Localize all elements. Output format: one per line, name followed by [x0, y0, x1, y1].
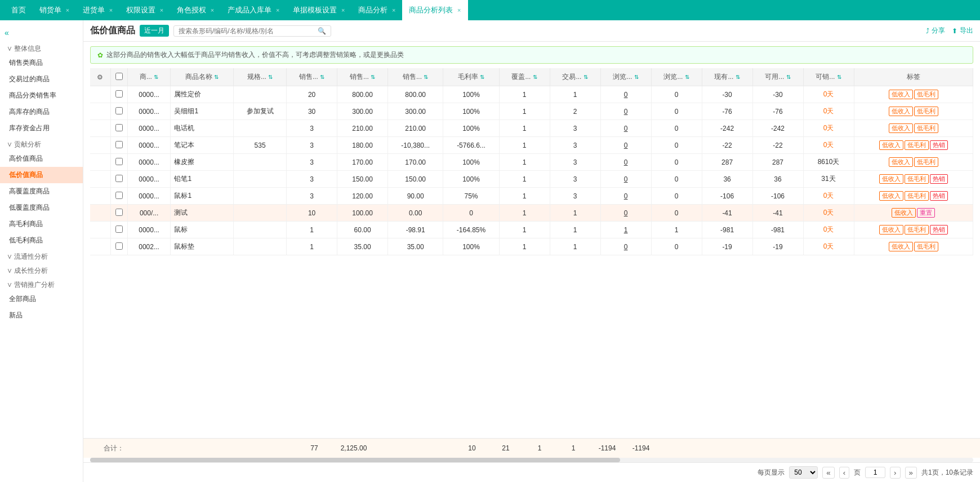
v7-cell[interactable]: 0	[600, 103, 651, 120]
row-checkbox[interactable]	[115, 242, 123, 250]
v7-cell[interactable]: 0	[600, 120, 651, 137]
nav-inbound[interactable]: 产成品入库单 ×	[221, 0, 286, 20]
checkbox-cell[interactable]	[110, 154, 127, 171]
collapse-sidebar-button[interactable]: «	[5, 28, 9, 37]
checkbox-cell[interactable]	[110, 188, 127, 205]
export-button[interactable]: ⬆ 导出	[952, 26, 973, 36]
settings-col-header[interactable]: ⚙	[90, 68, 110, 86]
page-number-input[interactable]	[865, 467, 885, 478]
checkbox-cell[interactable]	[110, 171, 127, 188]
page-size-select[interactable]: 50 100 200	[789, 466, 818, 479]
sidebar-item-low-margin[interactable]: 低毛利商品	[0, 232, 83, 249]
sidebar-item-high-coverage[interactable]: 高覆盖度商品	[0, 183, 83, 200]
sidebar-item-sales-products[interactable]: 销售类商品	[0, 55, 83, 71]
sidebar-item-high-margin[interactable]: 高毛利商品	[0, 216, 83, 232]
v7-cell[interactable]: 0	[600, 154, 651, 171]
browse-link[interactable]: 0	[624, 209, 628, 217]
row-checkbox[interactable]	[115, 175, 123, 182]
sidebar-group-overall[interactable]: ∨ 整体信息	[0, 41, 83, 55]
close-icon[interactable]: ×	[392, 7, 395, 14]
row-checkbox[interactable]	[115, 141, 123, 148]
current-col-header[interactable]: 现有... ⇅	[702, 68, 752, 86]
row-checkbox[interactable]	[115, 158, 123, 165]
browse-link[interactable]: 1	[624, 226, 628, 234]
last-page-button[interactable]: »	[905, 467, 917, 479]
checkbox-cell[interactable]	[110, 222, 127, 238]
sales2-col-header[interactable]: 销售... ⇅	[337, 68, 388, 86]
sidebar-item-low-value[interactable]: 低价值商品	[0, 167, 83, 183]
row-checkbox[interactable]	[115, 209, 123, 216]
browse-link[interactable]: 0	[624, 175, 628, 183]
nav-template[interactable]: 单据模板设置 ×	[286, 0, 351, 20]
sidebar-group-growth[interactable]: ∨ 成长性分析	[0, 263, 83, 277]
close-icon[interactable]: ×	[341, 7, 345, 14]
margin-col-header[interactable]: 毛利率 ⇅	[443, 68, 499, 86]
browse-link[interactable]: 0	[624, 108, 628, 116]
close-icon[interactable]: ×	[276, 7, 279, 14]
sidebar-group-contribution[interactable]: ∨ 贡献分析	[0, 136, 83, 151]
row-checkbox[interactable]	[115, 192, 123, 199]
nav-product-analysis[interactable]: 商品分析 ×	[351, 0, 402, 20]
nav-home[interactable]: 首页	[5, 0, 33, 20]
tags-col-header[interactable]: 标签	[854, 68, 973, 86]
browse2-col-header[interactable]: 浏览... ⇅	[651, 68, 702, 86]
sales1-col-header[interactable]: 销售... ⇅	[287, 68, 337, 86]
nav-purchase[interactable]: 进货单 ×	[76, 0, 119, 20]
browse-link[interactable]: 0	[624, 192, 628, 200]
select-all-checkbox[interactable]	[115, 73, 123, 80]
browse-link[interactable]: 0	[624, 141, 628, 149]
v7-cell[interactable]: 1	[600, 222, 651, 238]
coverage-col-header[interactable]: 覆盖... ⇅	[499, 68, 550, 86]
horizontal-scrollbar[interactable]	[90, 458, 973, 462]
checkbox-cell[interactable]	[110, 120, 127, 137]
row-checkbox[interactable]	[115, 90, 123, 98]
row-checkbox[interactable]	[115, 124, 123, 131]
browse-link[interactable]: 0	[624, 243, 628, 251]
sidebar-group-liquidity[interactable]: ∨ 流通性分析	[0, 249, 83, 263]
sidebar-item-low-coverage[interactable]: 低覆盖度商品	[0, 200, 83, 216]
row-checkbox[interactable]	[115, 225, 123, 233]
sidebar-item-all-products[interactable]: 全部商品	[0, 291, 83, 307]
checkbox-col-header[interactable]	[110, 68, 127, 86]
name-col-header[interactable]: 商品名称 ⇅	[171, 68, 234, 86]
checkbox-cell[interactable]	[110, 238, 127, 255]
first-page-button[interactable]: «	[822, 467, 834, 479]
prev-page-button[interactable]: ‹	[839, 467, 849, 479]
next-page-button[interactable]: ›	[890, 467, 900, 479]
close-icon[interactable]: ×	[66, 7, 69, 14]
browse-link[interactable]: 0	[624, 91, 628, 99]
search-icon[interactable]: 🔍	[318, 27, 326, 35]
trade-col-header[interactable]: 交易... ⇅	[550, 68, 600, 86]
v7-cell[interactable]: 0	[600, 171, 651, 188]
row-checkbox[interactable]	[115, 107, 123, 114]
nav-product-analysis-list[interactable]: 商品分析列表 ×	[402, 0, 467, 20]
checkbox-cell[interactable]	[110, 86, 127, 103]
close-icon[interactable]: ×	[109, 7, 113, 14]
sidebar-item-inventory-capital[interactable]: 库存资金占用	[0, 120, 83, 136]
checkbox-cell[interactable]	[110, 205, 127, 222]
saleable-col-header[interactable]: 可销... ⇅	[803, 68, 854, 86]
time-filter-button[interactable]: 近一月	[140, 25, 169, 37]
sidebar-group-marketing[interactable]: ∨ 营销推广分析	[0, 277, 83, 291]
close-icon[interactable]: ×	[457, 7, 461, 14]
nav-sales[interactable]: 销货单 ×	[33, 0, 76, 20]
spec-col-header[interactable]: 规格... ⇅	[234, 68, 287, 86]
scrollbar-thumb[interactable]	[90, 458, 620, 462]
sidebar-item-high-value[interactable]: 高价值商品	[0, 151, 83, 167]
v7-cell[interactable]: 0	[600, 188, 651, 205]
sales3-col-header[interactable]: 销售... ⇅	[388, 68, 443, 86]
search-input[interactable]	[179, 27, 318, 35]
sidebar-item-traded-products[interactable]: 交易过的商品	[0, 71, 83, 87]
sidebar-item-category-sales[interactable]: 商品分类销售率	[0, 87, 83, 104]
v7-cell[interactable]: 0	[600, 86, 651, 103]
sidebar-item-new-products[interactable]: 新品	[0, 307, 83, 324]
close-icon[interactable]: ×	[160, 7, 163, 14]
nav-roles[interactable]: 角色授权 ×	[170, 0, 221, 20]
nav-permissions[interactable]: 权限设置 ×	[119, 0, 170, 20]
browse-link[interactable]: 0	[624, 158, 628, 166]
browse1-col-header[interactable]: 浏览... ⇅	[600, 68, 651, 86]
v7-cell[interactable]: 0	[600, 137, 651, 154]
code-col-header[interactable]: 商... ⇅	[127, 68, 171, 86]
close-icon[interactable]: ×	[211, 7, 214, 14]
checkbox-cell[interactable]	[110, 103, 127, 120]
